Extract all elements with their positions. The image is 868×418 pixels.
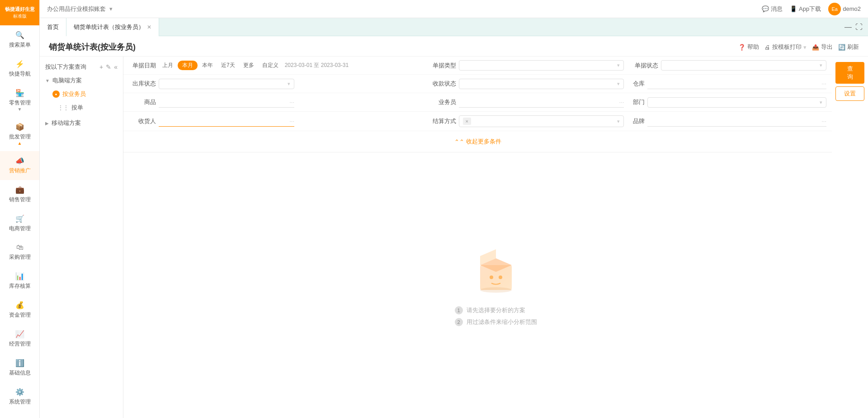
collapse-label: 收起更多条件: [466, 138, 501, 146]
tab-home[interactable]: 首页: [40, 18, 66, 36]
goods-dots-icon[interactable]: ···: [289, 99, 294, 105]
sidebar-item-finance[interactable]: 💰 资金管理: [0, 295, 39, 324]
sidebar-item-basic[interactable]: ℹ️ 基础信息: [0, 353, 39, 382]
brand-dots-icon[interactable]: ···: [821, 118, 826, 124]
settings-button[interactable]: 设置: [835, 86, 864, 101]
tab-sales-stats[interactable]: 销货单统计表（按业务员） ✕: [66, 18, 159, 36]
goods-label: 商品: [129, 98, 156, 106]
help-button[interactable]: ❓ 帮助: [738, 43, 759, 51]
sidebar-item-label: 批发管理: [9, 133, 31, 141]
sidebar: 畅捷通好生意 标准版 🔍 搜索菜单 ⚡ 快捷导航 🏪 零售管理 ▼ 📦 批发管理…: [0, 0, 40, 418]
panel-add-icon[interactable]: +: [99, 63, 103, 71]
date-tab-last-7[interactable]: 近7天: [217, 61, 239, 70]
export-button[interactable]: 📤 导出: [812, 43, 833, 51]
panel-section-desktop-header[interactable]: ▼ 电脑端方案: [40, 74, 123, 87]
content-body: 按以下方案查询 + ✎ « ▼ 电脑端方案: [40, 57, 868, 418]
dept-arrow-icon: ▾: [820, 100, 822, 105]
svg-point-3: [480, 287, 512, 293]
sidebar-item-label: 销售管理: [9, 196, 31, 204]
panel-edit-icon[interactable]: ✎: [106, 63, 111, 71]
staff-dots-icon[interactable]: ···: [619, 99, 624, 105]
settlement-select[interactable]: × ▾: [459, 115, 624, 127]
refresh-button[interactable]: 🔄 刷新: [838, 43, 859, 51]
top-header: 办公用品行业模拟账套 ▾ 💬 消息 📱 App下载 Ea demo2: [40, 0, 868, 18]
panel-section-mobile-header[interactable]: ▶ 移动端方案: [40, 116, 123, 130]
sidebar-item-sales[interactable]: 💼 销售管理: [0, 180, 39, 209]
sidebar-item-marketing[interactable]: 📣 营销推广: [0, 151, 39, 180]
tab-close-button[interactable]: ✕: [147, 24, 151, 30]
right-buttons: 查询 设置: [832, 57, 868, 152]
sidebar-item-operations[interactable]: 📈 经营管理: [0, 324, 39, 353]
sidebar-item-nav[interactable]: ⚡ 快捷导航: [0, 54, 39, 83]
tab-minimize-button[interactable]: —: [844, 23, 852, 31]
operations-icon: 📈: [15, 330, 24, 338]
doc-status-label: 单据状态: [631, 62, 658, 70]
out-status-select[interactable]: ▾: [159, 79, 294, 89]
goods-input[interactable]: ···: [159, 97, 294, 108]
sidebar-item-enterprise[interactable]: 🤝 企业协同: [0, 411, 39, 418]
filter-cell-doc-status: 单据状态 ▾: [631, 60, 826, 71]
panel-title: 按以下方案查询: [45, 63, 86, 71]
dept-select[interactable]: ▾: [647, 97, 826, 108]
user-menu[interactable]: Ea demo2: [828, 3, 861, 15]
page-title: 销货单统计表(按业务员): [49, 42, 136, 52]
collapse-button[interactable]: ⌃⌃ 收起更多条件: [454, 134, 501, 149]
date-tab-more[interactable]: 更多: [240, 61, 258, 70]
message-button[interactable]: 💬 消息: [762, 5, 783, 13]
nav-icon: ⚡: [15, 60, 24, 68]
panel-collapse-icon[interactable]: «: [114, 63, 118, 71]
app-download-button[interactable]: 📱 App下载: [790, 5, 821, 13]
search-icon: 🔍: [15, 31, 24, 39]
receiver-dots-icon[interactable]: ···: [289, 118, 294, 124]
panel-item-by-staff[interactable]: ● 按业务员: [40, 87, 123, 101]
date-tab-this-year[interactable]: 本年: [198, 61, 217, 70]
svg-point-4: [490, 276, 493, 279]
staff-input[interactable]: ···: [459, 97, 624, 108]
app-download-label: App下载: [799, 5, 821, 13]
warehouse-dots-icon[interactable]: ···: [821, 80, 826, 87]
avatar-initials: Ea: [832, 6, 838, 12]
header-left: 办公用品行业模拟账套 ▾: [47, 5, 113, 13]
receipt-status-select[interactable]: ▾: [459, 79, 624, 89]
print-button[interactable]: 🖨 按模板打印 ▾: [764, 43, 807, 51]
empty-hint-2: 2 用过滤条件来缩小分析范围: [455, 318, 537, 326]
sidebar-item-system[interactable]: ⚙️ 系统管理: [0, 382, 39, 411]
print-icon: 🖨: [764, 44, 770, 51]
date-range: 2023-03-01 至 2023-03-31: [285, 62, 349, 69]
panel-item-by-order[interactable]: ⋮⋮ 按单: [40, 101, 123, 114]
receipt-status-label: 收款状态: [429, 80, 456, 88]
receiver-input[interactable]: ···: [159, 116, 294, 127]
basic-icon: ℹ️: [15, 359, 24, 367]
query-button[interactable]: 查询: [835, 62, 864, 84]
brand-input[interactable]: ···: [647, 116, 826, 127]
date-tab-custom[interactable]: 自定义: [259, 61, 282, 70]
sidebar-item-label: 搜索菜单: [9, 41, 31, 49]
sidebar-item-purchase[interactable]: 🛍 采购管理: [0, 238, 39, 266]
export-icon: 📤: [812, 44, 819, 51]
doc-status-select[interactable]: ▾: [661, 60, 826, 71]
doc-type-arrow-icon: ▾: [617, 62, 620, 68]
message-icon: 💬: [762, 5, 769, 12]
svg-point-5: [499, 276, 502, 279]
warehouse-input[interactable]: ···: [647, 78, 826, 89]
page-header-actions: ❓ 帮助 🖨 按模板打印 ▾ 📤 导出 🔄 刷新: [738, 43, 859, 51]
doc-type-label: 单据类型: [429, 62, 456, 70]
out-status-label: 出库状态: [129, 80, 156, 88]
filter-cell-receiver: 收货人 ···: [129, 116, 422, 127]
breadcrumb-dropdown-icon[interactable]: ▾: [109, 5, 113, 12]
date-tab-this-month[interactable]: 本月: [178, 61, 198, 70]
sidebar-item-wholesale[interactable]: 📦 批发管理 ▲: [0, 117, 39, 151]
settlement-tag-close-icon[interactable]: ×: [466, 119, 468, 124]
sidebar-item-inventory[interactable]: 📊 库存核算: [0, 266, 39, 295]
doc-type-select[interactable]: ▾: [459, 60, 624, 71]
inventory-icon: 📊: [15, 272, 24, 280]
filter-container: 单据日期 上月 本月 本年 近7天 更多 自定义: [123, 57, 868, 152]
date-tab-last-month[interactable]: 上月: [159, 61, 177, 70]
tab-maximize-button[interactable]: ⛶: [855, 23, 863, 31]
hint-num-2: 2: [455, 318, 463, 326]
filter-cell-settlement: 结算方式 × ▾: [429, 115, 624, 127]
sidebar-item-search[interactable]: 🔍 搜索菜单: [0, 25, 39, 54]
sidebar-item-ecommerce[interactable]: 🛒 电商管理: [0, 209, 39, 238]
sidebar-item-retail[interactable]: 🏪 零售管理 ▼: [0, 83, 39, 117]
sidebar-item-label: 快捷导航: [9, 70, 31, 78]
